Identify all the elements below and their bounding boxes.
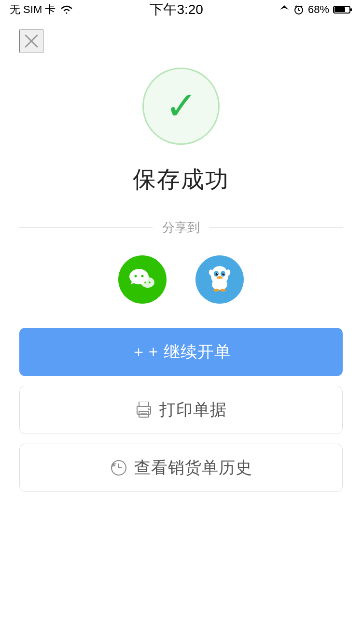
svg-point-11 (141, 277, 154, 288)
close-icon (23, 32, 40, 50)
wechat-icon (127, 267, 157, 292)
status-left: 无 SIM 卡 (10, 2, 74, 17)
history-button[interactable]: 查看销货单历史 (19, 444, 343, 492)
divider-right (209, 227, 343, 228)
svg-point-20 (223, 273, 225, 276)
location-icon (279, 4, 290, 15)
print-button[interactable]: 打印单据 (19, 386, 343, 434)
wifi-icon (59, 4, 74, 15)
status-time: 下午3:20 (74, 0, 279, 19)
close-button[interactable] (19, 29, 43, 53)
no-sim-label: 无 SIM 卡 (10, 2, 56, 17)
svg-point-24 (212, 279, 227, 290)
plus-icon: ＋ (131, 341, 147, 363)
continue-button[interactable]: ＋ + 继续开单 (19, 328, 343, 376)
svg-point-19 (216, 273, 218, 276)
success-title: 保存成功 (133, 164, 229, 195)
wechat-share-button[interactable] (118, 255, 167, 304)
svg-rect-7 (350, 8, 352, 11)
svg-point-34 (148, 408, 150, 410)
divider-left (19, 227, 153, 228)
svg-point-21 (217, 273, 218, 274)
qq-share-button[interactable] (195, 255, 244, 304)
success-circle: ✓ (142, 68, 220, 145)
status-right: 68% (279, 3, 352, 16)
svg-point-15 (149, 281, 151, 283)
share-divider: 分享到 (19, 219, 343, 236)
status-bar: 无 SIM 卡 下午3:20 68% (0, 0, 362, 19)
svg-rect-6 (334, 7, 345, 12)
action-buttons: ＋ + 继续开单 打印单据 查看销货单历史 (19, 328, 343, 492)
checkmark-icon: ✓ (165, 87, 197, 126)
continue-label: + 继续开单 (149, 341, 231, 363)
svg-point-12 (135, 275, 137, 278)
alarm-icon (293, 4, 304, 15)
history-label: 查看销货单历史 (134, 457, 252, 479)
svg-point-27 (213, 289, 219, 292)
battery-icon (333, 4, 352, 15)
battery-label: 68% (308, 3, 329, 16)
svg-point-28 (220, 289, 226, 292)
print-label: 打印单据 (159, 399, 227, 421)
svg-point-13 (141, 275, 144, 278)
qq-icon (206, 265, 234, 294)
print-icon (135, 402, 153, 418)
share-section: 分享到 (19, 219, 343, 304)
history-icon (110, 459, 127, 476)
share-icons (19, 255, 343, 304)
share-label: 分享到 (162, 219, 200, 236)
svg-rect-29 (139, 402, 149, 406)
main-content: ✓ 保存成功 分享到 (0, 19, 362, 511)
svg-point-14 (144, 281, 146, 283)
svg-point-22 (223, 273, 224, 274)
